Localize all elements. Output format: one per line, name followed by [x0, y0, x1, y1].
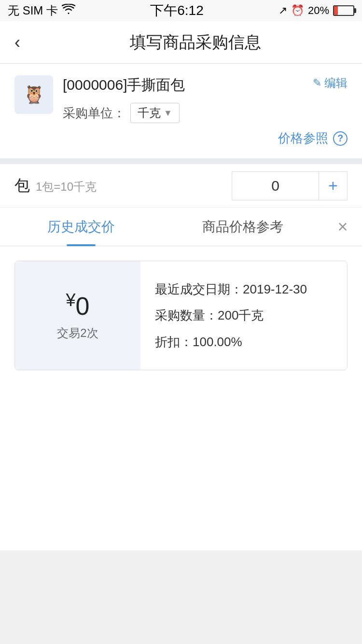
history-trades: 交易2次: [57, 325, 98, 341]
recent-date-row: 最近成交日期：2019-12-30: [155, 280, 333, 298]
price-value: 0: [76, 292, 90, 320]
price-ref-row: 价格参照 ?: [14, 130, 348, 147]
edit-label: 编辑: [324, 75, 348, 91]
tab-content-area: ¥0 交易2次 最近成交日期：2019-12-30 采购数量：200千克 折扣：…: [0, 261, 362, 550]
qty-conversion: 1包=10千克: [36, 179, 97, 195]
nav-bar: ‹ 填写商品采购信息: [0, 21, 362, 64]
unit-dropdown-arrow: ▼: [164, 108, 172, 118]
page-title: 填写商品采购信息: [43, 31, 348, 54]
unit-label: 采购单位：: [63, 105, 125, 122]
status-time: 下午6:12: [150, 1, 204, 20]
product-thumbnail: 🦉: [14, 75, 53, 114]
purchase-qty-value: 200千克: [218, 308, 264, 322]
quantity-row: 包 1包=10千克 +: [0, 164, 362, 208]
battery-fill: [334, 6, 338, 15]
edit-icon: ✎: [313, 77, 321, 89]
section-divider: [0, 158, 362, 164]
tab-close-button[interactable]: ×: [323, 208, 362, 246]
price-ref-button[interactable]: 价格参照: [278, 130, 328, 147]
battery-percent: 20%: [308, 4, 329, 17]
status-bar: 无 SIM 卡 下午6:12 ↗ ⏰ 20%: [0, 0, 362, 21]
tab-product-price-ref-label: 商品价格参考: [202, 218, 283, 236]
wifi-icon: [62, 4, 75, 17]
edit-button[interactable]: ✎ 编辑: [313, 75, 348, 91]
qty-plus-button[interactable]: +: [319, 171, 348, 200]
purchase-qty-row: 采购数量：200千克: [155, 307, 333, 324]
unit-value: 千克: [138, 105, 161, 121]
status-right: ↗ ⏰ 20%: [278, 4, 354, 17]
currency-symbol: ¥: [66, 290, 76, 310]
battery-icon: [333, 5, 354, 16]
carrier-text: 无 SIM 卡: [8, 3, 58, 18]
history-card: ¥0 交易2次 最近成交日期：2019-12-30 采购数量：200千克 折扣：…: [14, 261, 348, 370]
product-name: [0000006]手撕面包: [63, 75, 185, 95]
unit-selector[interactable]: 千克 ▼: [130, 103, 180, 123]
history-details: 最近成交日期：2019-12-30 采购数量：200千克 折扣：100.00%: [140, 261, 347, 370]
qty-input[interactable]: [232, 171, 319, 200]
discount-row: 折扣：100.00%: [155, 333, 333, 350]
product-info: [0000006]手撕面包 采购单位： 千克 ▼: [63, 75, 185, 123]
product-left: 🦉 [0000006]手撕面包 采购单位： 千克 ▼: [14, 75, 185, 123]
tabs-header: 历史成交价 商品价格参考 ×: [0, 208, 362, 246]
help-icon[interactable]: ?: [333, 131, 348, 146]
location-icon: ↗: [278, 4, 287, 17]
alarm-icon: ⏰: [291, 4, 304, 17]
qty-unit: 包: [14, 175, 30, 196]
product-thumb-icon: 🦉: [23, 84, 45, 105]
qty-controls: +: [232, 171, 348, 200]
discount-value: 100.00%: [193, 335, 242, 349]
product-header: 🦉 [0000006]手撕面包 采购单位： 千克 ▼ ✎ 编辑: [14, 75, 348, 123]
tab-active-indicator: [67, 244, 96, 246]
discount-label: 折扣：: [155, 335, 193, 349]
product-unit-row: 采购单位： 千克 ▼: [63, 103, 185, 123]
recent-date-value: 2019-12-30: [243, 282, 307, 296]
back-button[interactable]: ‹: [14, 32, 43, 53]
history-price-summary: ¥0 交易2次: [15, 261, 140, 370]
status-left: 无 SIM 卡: [8, 3, 75, 18]
tabs-panel: 历史成交价 商品价格参考 × ¥0 交易2次 最近成交日期：2019-12-30…: [0, 208, 362, 550]
recent-date-label: 最近成交日期：: [155, 282, 243, 296]
tab-history-price-label: 历史成交价: [47, 218, 115, 236]
tab-product-price-ref[interactable]: 商品价格参考: [162, 208, 323, 246]
history-price: ¥0: [66, 290, 90, 321]
purchase-qty-label: 采购数量：: [155, 308, 218, 322]
tab-history-price[interactable]: 历史成交价: [0, 208, 162, 246]
product-card: 🦉 [0000006]手撕面包 采购单位： 千克 ▼ ✎ 编辑 价格参照 ?: [0, 64, 362, 158]
qty-label-group: 包 1包=10千克: [14, 175, 97, 196]
